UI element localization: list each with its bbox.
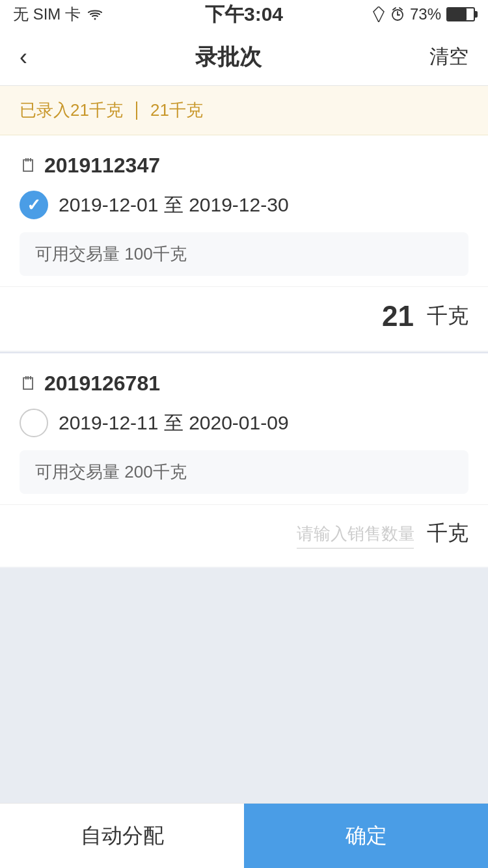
bottom-bar: 自动分配 确定 xyxy=(0,803,488,868)
auto-distribute-button[interactable]: 自动分配 xyxy=(0,804,244,868)
empty-area xyxy=(0,568,488,815)
location-icon xyxy=(372,7,385,22)
nav-bar: ‹ 录批次 清空 xyxy=(0,29,488,86)
status-right: 73% xyxy=(372,5,475,23)
page-title: 录批次 xyxy=(195,42,262,72)
alarm-icon xyxy=(390,7,405,21)
quantity-row-1: 21 千克 xyxy=(0,286,488,351)
status-bar: 无 SIM 卡 下午3:04 73% xyxy=(0,0,488,29)
clear-button[interactable]: 清空 xyxy=(429,44,468,70)
back-button[interactable]: ‹ xyxy=(20,44,27,71)
batch-radio-2[interactable] xyxy=(20,409,48,437)
batch-doc-icon-2: 🗒 xyxy=(20,373,38,394)
batch-item-2: 🗒 2019126781 2019-12-11 至 2020-01-09 可用交… xyxy=(0,353,488,567)
no-sim-text: 无 SIM 卡 xyxy=(13,4,81,25)
batch-radio-1[interactable] xyxy=(20,191,48,219)
quantity-input-2[interactable] xyxy=(297,518,414,549)
battery-percent: 73% xyxy=(410,5,441,23)
batch-available-1: 可用交易量 100千克 xyxy=(20,232,468,276)
quantity-unit-2: 千克 xyxy=(427,519,468,548)
quantity-unit-1: 千克 xyxy=(427,302,468,331)
battery-icon xyxy=(446,7,475,21)
quantity-value-1: 21 xyxy=(20,300,414,332)
status-time: 下午3:04 xyxy=(205,1,283,28)
wifi-icon xyxy=(86,7,104,21)
batch-date-row-2[interactable]: 2019-12-11 至 2020-01-09 xyxy=(0,402,488,444)
quantity-row-2[interactable]: 千克 xyxy=(0,504,488,567)
status-left: 无 SIM 卡 xyxy=(13,4,104,25)
recorded-amount-value: 21千克 xyxy=(150,99,203,122)
batch-header-2: 🗒 2019126781 xyxy=(0,353,488,402)
info-banner: 已录入21千克 21千克 xyxy=(0,86,488,135)
batch-date-1: 2019-12-01 至 2019-12-30 xyxy=(59,192,289,219)
batch-available-2: 可用交易量 200千克 xyxy=(20,450,468,494)
confirm-button[interactable]: 确定 xyxy=(244,804,488,868)
batch-number-1: 2019112347 xyxy=(44,154,160,178)
batch-date-2: 2019-12-11 至 2020-01-09 xyxy=(59,410,289,437)
banner-divider xyxy=(136,102,137,120)
batch-date-row-1[interactable]: 2019-12-01 至 2019-12-30 xyxy=(0,184,488,226)
recorded-amount-label: 已录入21千克 xyxy=(20,99,123,122)
batch-item-1: 🗒 2019112347 2019-12-01 至 2019-12-30 可用交… xyxy=(0,135,488,351)
batch-doc-icon-1: 🗒 xyxy=(20,155,38,176)
batch-header-1: 🗒 2019112347 xyxy=(0,135,488,184)
batch-number-2: 2019126781 xyxy=(44,372,160,396)
